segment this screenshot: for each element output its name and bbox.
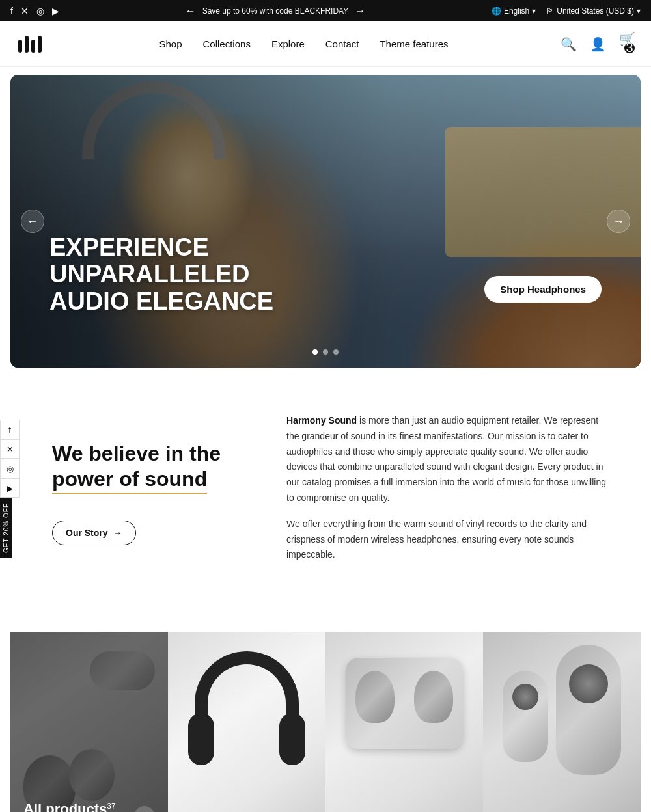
speaker-large — [556, 645, 621, 775]
hero-title: EXPERIENCE UNPARALLELED AUDIO ELEGANCE — [49, 234, 323, 316]
left-earbud — [355, 671, 395, 723]
svg-rect-1 — [25, 36, 29, 53]
collection-item-headphones[interactable]: Headphones15 → Surround yourself in soun… — [168, 632, 326, 812]
nav-theme-features[interactable]: Theme features — [380, 38, 448, 49]
account-icon[interactable]: 👤 — [590, 36, 606, 52]
brand-name: Harmony Sound — [286, 415, 357, 426]
social-links: f ✕ ◎ ▶ — [10, 6, 59, 16]
svg-rect-3 — [38, 36, 42, 53]
hero-prev-button[interactable]: ← — [21, 210, 44, 233]
header-icons: 🔍 👤 🛒 3 — [561, 31, 635, 57]
side-social-icons: f ✕ ◎ ▶ — [0, 420, 20, 498]
all-products-overlay: All products37 Check out all our product… — [10, 632, 168, 812]
nav-contact[interactable]: Contact — [326, 38, 359, 49]
currency-selector[interactable]: 🏳 United States (USD $) ▾ — [546, 7, 641, 16]
flag-icon: 🏳 — [546, 7, 554, 16]
search-icon[interactable]: 🔍 — [561, 36, 577, 52]
right-earbud — [414, 671, 453, 723]
our-story-button[interactable]: Our Story → — [52, 521, 136, 545]
hero-dot-1[interactable] — [312, 349, 318, 355]
speaker-small — [503, 671, 548, 762]
nav-shop[interactable]: Shop — [159, 38, 182, 49]
hero-wrapper: EXPERIENCE UNPARALLELED AUDIO ELEGANCE S… — [0, 67, 651, 368]
globe-icon: 🌐 — [492, 7, 501, 16]
all-products-arrow[interactable]: → — [134, 806, 155, 812]
collection-item-speakers[interactable]: Speakers11 → The world's most immersive … — [483, 632, 641, 812]
side-twitter-icon[interactable]: ✕ — [0, 439, 20, 459]
about-title-line2: power of sound — [52, 467, 207, 494]
about-title: We believe in the power of sound — [52, 441, 247, 494]
main-nav: Shop Collections Explore Contact Theme f… — [159, 38, 448, 49]
shop-headphones-button[interactable]: Shop Headphones — [484, 276, 602, 303]
lang-chevron-icon: ▾ — [532, 7, 536, 16]
about-body1: is more than just an audio equipment ret… — [286, 415, 606, 503]
about-title-line1: We believe in the — [52, 442, 221, 465]
all-products-count: 37 — [107, 802, 115, 811]
hero-content: EXPERIENCE UNPARALLELED AUDIO ELEGANCE — [49, 234, 323, 316]
svg-rect-0 — [18, 40, 22, 53]
collection-item-all[interactable]: All products37 Check out all our product… — [10, 632, 168, 812]
promo-prev-arrow[interactable]: ← — [186, 5, 196, 17]
collections-section: All products37 Check out all our product… — [0, 619, 651, 812]
speaker-small-cone — [512, 684, 538, 710]
twitter-icon[interactable]: ✕ — [21, 6, 29, 16]
earphones-case — [346, 658, 463, 749]
hero-background: EXPERIENCE UNPARALLELED AUDIO ELEGANCE S… — [10, 75, 641, 368]
hero-overlay — [10, 75, 641, 368]
side-youtube-icon[interactable]: ▶ — [0, 478, 20, 498]
about-right: Harmony Sound is more than just an audio… — [286, 413, 612, 573]
currency-label: United States (USD $) — [557, 7, 634, 16]
collections-grid: All products37 Check out all our product… — [10, 632, 641, 812]
right-cup — [279, 713, 305, 765]
language-label: English — [504, 7, 529, 16]
top-bar: f ✕ ◎ ▶ ← Save up to 60% with code BLACK… — [0, 0, 651, 21]
speaker-cone — [569, 664, 608, 703]
our-story-arrow-icon: → — [113, 528, 122, 538]
hero-next-button[interactable]: → — [607, 210, 630, 233]
left-cup — [188, 713, 214, 765]
about-section: We believe in the power of sound Our Sto… — [0, 368, 651, 619]
cart-icon[interactable]: 🛒 3 — [619, 31, 635, 57]
about-para2: We offer everything from the warm sound … — [286, 517, 612, 563]
top-bar-right: 🌐 English ▾ 🏳 United States (USD $) ▾ — [492, 7, 641, 16]
our-story-label: Our Story — [66, 528, 108, 538]
nav-collections[interactable]: Collections — [203, 38, 251, 49]
page-wrapper: f ✕ ◎ ▶ GET 20% OFF We believe in the po… — [0, 368, 651, 812]
earphones-image — [326, 632, 483, 812]
youtube-icon[interactable]: ▶ — [52, 6, 59, 16]
all-products-image: All products37 Check out all our product… — [10, 632, 168, 812]
promo-banner: ← Save up to 60% with code BLACKFRIDAY → — [186, 5, 366, 17]
svg-rect-2 — [31, 40, 35, 53]
side-facebook-icon[interactable]: f — [0, 420, 20, 439]
hero-slider: EXPERIENCE UNPARALLELED AUDIO ELEGANCE S… — [10, 75, 641, 368]
currency-chevron-icon: ▾ — [637, 7, 641, 16]
promo-next-arrow[interactable]: → — [355, 5, 365, 17]
facebook-icon[interactable]: f — [10, 6, 13, 16]
about-left: We believe in the power of sound Our Sto… — [52, 441, 247, 545]
hero-dot-2[interactable] — [323, 349, 328, 355]
headphones-image — [168, 632, 326, 812]
headphones-arc — [195, 651, 299, 716]
header: Shop Collections Explore Contact Theme f… — [0, 21, 651, 67]
language-selector[interactable]: 🌐 English ▾ — [492, 7, 536, 16]
side-instagram-icon[interactable]: ◎ — [0, 459, 20, 478]
promo-text: Save up to 60% with code BLACKFRIDAY — [202, 7, 349, 16]
side-discount-label[interactable]: GET 20% OFF — [0, 498, 12, 558]
collection-item-earphones[interactable]: Earphones2 → Small design, great sound — [326, 632, 483, 812]
hero-dots — [312, 349, 339, 355]
nav-explore[interactable]: Explore — [271, 38, 305, 49]
hero-dot-3[interactable] — [333, 349, 339, 355]
about-para1: Harmony Sound is more than just an audio… — [286, 413, 612, 506]
speakers-image — [483, 632, 641, 812]
cart-badge: 3 — [624, 43, 635, 53]
instagram-icon[interactable]: ◎ — [36, 6, 44, 16]
logo[interactable] — [16, 33, 47, 55]
